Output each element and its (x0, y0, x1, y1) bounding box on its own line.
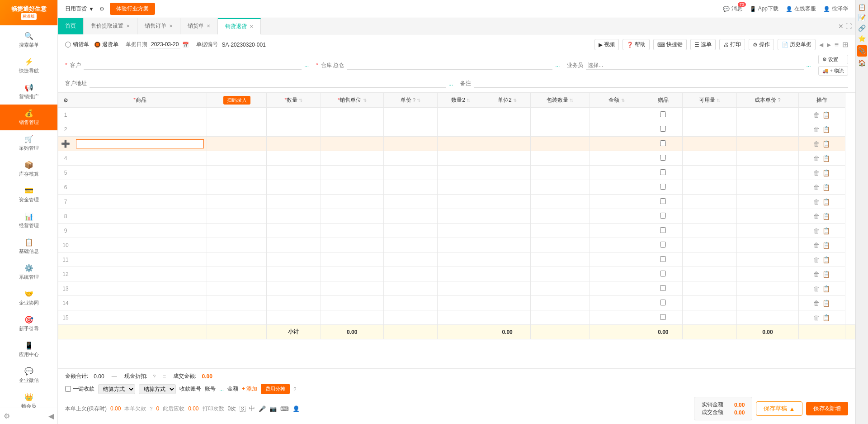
unit2-cell[interactable] (484, 195, 531, 209)
addr-more-btn[interactable]: ... (448, 81, 453, 87)
unit-cell[interactable] (321, 209, 383, 224)
warehouse-input[interactable] (347, 61, 552, 70)
sidebar-item-basic[interactable]: 📋 基础信息 (0, 233, 57, 259)
qty-cell[interactable] (267, 137, 321, 151)
copy-row-icon[interactable]: 📋 (822, 285, 830, 292)
sidebar-collapse-icon[interactable]: ◀ (48, 412, 54, 420)
delete-row-icon[interactable]: 🗑 (813, 314, 820, 321)
warehouse-more-btn[interactable]: ... (555, 62, 560, 68)
gift-cell[interactable] (644, 238, 683, 252)
price-cell[interactable] (383, 166, 438, 180)
amount-cell[interactable] (590, 296, 644, 310)
sidebar-item-purchase[interactable]: 🛒 采购管理 (0, 130, 57, 156)
price-cell[interactable] (383, 267, 438, 281)
unit2-cell[interactable] (484, 108, 531, 122)
customer-input[interactable] (84, 61, 302, 70)
amount-cell[interactable] (590, 122, 644, 137)
sidebar-settings-icon[interactable]: ⚙ (4, 412, 10, 420)
price-cell[interactable] (383, 209, 438, 224)
qty-cell[interactable] (267, 238, 321, 252)
unit-cell[interactable] (321, 281, 383, 296)
product-cell[interactable] (73, 166, 207, 180)
gift-checkbox[interactable] (660, 126, 666, 132)
qty-cell[interactable] (267, 195, 321, 209)
pkgqty-cell[interactable] (530, 166, 590, 180)
settings-gear-icon[interactable]: ⚙ (99, 6, 104, 12)
price-cell[interactable] (383, 122, 438, 137)
qty2-sort-icon[interactable]: ⇅ (467, 98, 470, 103)
pkgqty-cell[interactable] (530, 252, 590, 267)
price-cell[interactable] (383, 310, 438, 325)
amount-cell[interactable] (590, 108, 644, 122)
price-cell[interactable] (383, 281, 438, 296)
sidebar-item-shortcut[interactable]: ⚡ 快捷导航 (0, 53, 57, 79)
copy-row-icon[interactable]: 📋 (822, 155, 830, 162)
qty2-cell[interactable] (438, 180, 484, 195)
tab-sales-order[interactable]: 销售订单 ✕ (137, 18, 180, 34)
amount-cell[interactable] (590, 238, 644, 252)
logistics-btn[interactable]: 🚚 + 物流 (818, 66, 848, 76)
unit-sort-icon[interactable]: ⇅ (363, 98, 367, 103)
copy-row-icon[interactable]: 📋 (822, 227, 830, 234)
delete-row-icon[interactable]: 🗑 (813, 213, 820, 220)
gift-cell[interactable] (644, 224, 683, 238)
radio-sale-order[interactable]: 销货单 (65, 41, 89, 48)
price-cell[interactable] (383, 195, 438, 209)
product-cell[interactable] (73, 209, 207, 224)
next-icon[interactable]: ▶ (827, 42, 831, 48)
amount-cell[interactable] (590, 151, 644, 166)
copy-row-icon[interactable]: 📋 (822, 169, 830, 176)
price-sort-icon[interactable]: ⇅ (417, 98, 420, 103)
calendar-icon[interactable]: 📅 (182, 42, 189, 48)
pkgqty-cell[interactable] (530, 238, 590, 252)
unit-cell[interactable] (321, 310, 383, 325)
amount-cell[interactable] (590, 166, 644, 180)
sidebar-item-search[interactable]: 🔍 搜索菜单 (0, 27, 57, 53)
debt-help-icon[interactable]: ? (150, 406, 152, 411)
gift-cell[interactable] (644, 281, 683, 296)
sidebar-item-enterprise[interactable]: 🤝 企业协同 (0, 285, 57, 311)
pkgqty-cell[interactable] (530, 296, 590, 310)
right-panel-tab-2[interactable]: 📝 (859, 14, 866, 22)
qty-cell[interactable] (267, 108, 321, 122)
right-panel-tab-3[interactable]: 🔗 (859, 24, 866, 32)
pkgqty-cell[interactable] (530, 209, 590, 224)
sidebar-item-inventory[interactable]: 📦 库存核算 (0, 156, 57, 182)
unit2-cell[interactable] (484, 151, 531, 166)
pkgqty-sort-icon[interactable]: ⇅ (570, 98, 573, 103)
copy-row-icon[interactable]: 📋 (822, 242, 830, 249)
qty2-cell[interactable] (438, 296, 484, 310)
help-btn[interactable]: ❓ 帮助 (623, 39, 650, 50)
unit2-cell[interactable] (484, 209, 531, 224)
gift-cell[interactable] (644, 166, 683, 180)
gift-cell[interactable] (644, 267, 683, 281)
right-panel-tab-1[interactable]: 📋 (859, 4, 866, 11)
pkgqty-cell[interactable] (530, 310, 590, 325)
sidebar-item-marketing[interactable]: 📢 营销推广 (0, 79, 57, 105)
unit2-cell[interactable] (484, 238, 531, 252)
unit-cell[interactable] (321, 180, 383, 195)
qty2-cell[interactable] (438, 310, 484, 325)
copy-row-icon[interactable]: 📋 (822, 184, 830, 191)
delete-row-icon[interactable]: 🗑 (813, 198, 820, 205)
delete-row-icon[interactable]: 🗑 (813, 300, 820, 307)
gift-cell[interactable] (644, 252, 683, 267)
amount-sort-icon[interactable]: ⇅ (621, 98, 625, 103)
qty2-cell[interactable] (438, 151, 484, 166)
online-service-button[interactable]: 👤 在线客服 (786, 5, 816, 13)
product-cell[interactable] (73, 267, 207, 281)
delete-row-icon[interactable]: 🗑 (813, 256, 820, 263)
copy-row-icon[interactable]: 📋 (822, 271, 830, 278)
qty2-cell[interactable] (438, 267, 484, 281)
pkgqty-cell[interactable] (530, 224, 590, 238)
costprice-help-icon[interactable]: ? (778, 97, 781, 103)
unit-cell[interactable] (321, 166, 383, 180)
pkgqty-cell[interactable] (530, 281, 590, 296)
amount-cell[interactable] (590, 281, 644, 296)
breadcrumb-select[interactable]: 日用百货 ▼ (65, 5, 94, 13)
copy-row-icon[interactable]: 📋 (822, 198, 830, 205)
radio-return-input[interactable] (94, 42, 100, 48)
product-cell[interactable] (73, 238, 207, 252)
pkgqty-cell[interactable] (530, 180, 590, 195)
one-click-payment-label[interactable]: 一键收款 (65, 385, 94, 393)
